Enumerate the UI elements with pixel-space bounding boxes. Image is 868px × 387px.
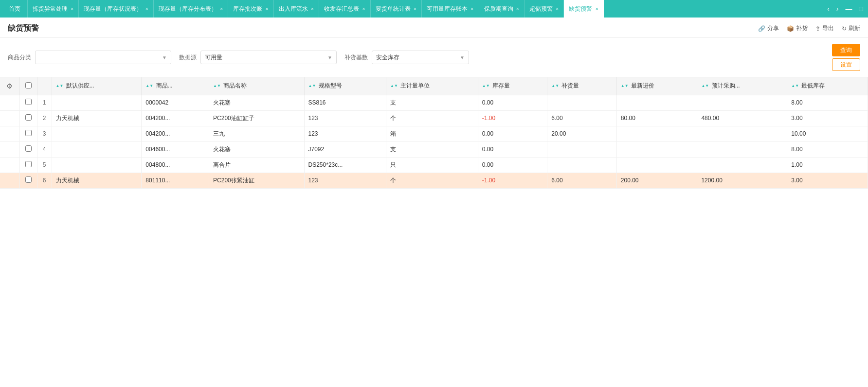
- tab-2[interactable]: 现存量（库存状况表） ×: [79, 0, 153, 18]
- col-est-purchase-header[interactable]: ▲▼ 预计采购...: [697, 77, 787, 95]
- header-actions: 🔗 分享 📦 补货 ⇪ 导出 ↻ 刷新: [758, 24, 860, 33]
- tab-10-close[interactable]: ×: [556, 6, 559, 12]
- replenish-button[interactable]: 📦 补货: [787, 24, 808, 33]
- tab-4-close[interactable]: ×: [265, 6, 268, 12]
- col-supplier-header[interactable]: ▲▼ 默认供应...: [52, 77, 142, 95]
- row-code-5: 801110...: [142, 173, 209, 188]
- category-filter-label: 商品分类: [8, 53, 31, 62]
- tab-2-close[interactable]: ×: [145, 6, 148, 12]
- tab-3[interactable]: 现存量（库存分布表） ×: [154, 0, 228, 18]
- col-checkbox-header[interactable]: [19, 77, 37, 95]
- replenish-filter-label: 补货基数: [344, 53, 368, 62]
- share-button[interactable]: 🔗 分享: [758, 24, 779, 33]
- table-row[interactable]: 6 力天机械 801110... PC200张紧油缸 123 个 -1.00 6…: [0, 173, 868, 188]
- tab-next-button[interactable]: ›: [833, 3, 842, 15]
- filter-actions: 查询 设置: [832, 44, 860, 71]
- select-all-checkbox[interactable]: [25, 82, 32, 88]
- row-checkbox-0[interactable]: [25, 99, 32, 105]
- tab-8-label: 可用量库存账本: [427, 5, 468, 13]
- col-price-header[interactable]: ▲▼ 最新进价: [616, 77, 697, 95]
- price-sort-icon: ▲▼: [621, 84, 629, 88]
- replenish-select[interactable]: 安全库存 ▼: [372, 51, 469, 64]
- col-replenish-header[interactable]: ▲▼ 补货量: [547, 77, 617, 95]
- tab-7[interactable]: 要货单统计表 ×: [371, 0, 422, 18]
- table-row[interactable]: 4 004600... 火花塞 J7092 支 0.00 8.00: [0, 141, 868, 157]
- tab-11-close[interactable]: ×: [595, 6, 598, 12]
- settings-button[interactable]: 设置: [832, 58, 860, 71]
- tab-7-close[interactable]: ×: [414, 6, 416, 12]
- row-min-stock-0: 8.00: [787, 95, 868, 110]
- row-stock-4: 0.00: [478, 157, 547, 173]
- row-checkbox-cell-1[interactable]: [19, 110, 37, 126]
- col-name-label: 商品名称: [223, 82, 247, 89]
- tab-3-label: 现存量（库存分布表）: [159, 5, 217, 13]
- row-spec-5: 123: [304, 173, 386, 188]
- row-unit-2: 箱: [386, 126, 478, 141]
- row-checkbox-cell-3[interactable]: [19, 141, 37, 157]
- col-spec-header[interactable]: ▲▼ 规格型号: [304, 77, 386, 95]
- row-checkbox-cell-5[interactable]: [19, 173, 37, 188]
- table-row[interactable]: 1 0000042 火花塞 SS816 支 0.00 8.00: [0, 95, 868, 110]
- row-stock-0: 0.00: [478, 95, 547, 110]
- query-button[interactable]: 查询: [832, 44, 860, 56]
- row-name-1: PC200油缸缸子: [209, 110, 304, 126]
- table-row[interactable]: 3 004200... 三九 123 箱 0.00 20.00 10.00: [0, 126, 868, 141]
- row-est-purchase-3: [697, 141, 787, 157]
- tab-4[interactable]: 库存批次账 ×: [228, 0, 273, 18]
- tab-6[interactable]: 收发存汇总表 ×: [319, 0, 370, 18]
- category-select[interactable]: ▼: [35, 51, 171, 64]
- table-row[interactable]: 2 力天机械 004200... PC200油缸缸子 123 个 -1.00 6…: [0, 110, 868, 126]
- tab-3-close[interactable]: ×: [220, 6, 223, 12]
- tab-11[interactable]: 缺货预警 ×: [564, 0, 603, 18]
- datasource-select[interactable]: 可用量 ▼: [200, 51, 337, 64]
- tab-home-label: 首页: [9, 5, 20, 13]
- row-checkbox-3[interactable]: [25, 145, 32, 152]
- export-button[interactable]: ⇪ 导出: [815, 24, 834, 33]
- tab-5[interactable]: 出入库流水 ×: [274, 0, 319, 18]
- row-checkbox-cell-2[interactable]: [19, 126, 37, 141]
- row-settings-0: [0, 95, 19, 110]
- row-checkbox-1[interactable]: [25, 114, 32, 121]
- row-code-1: 004200...: [142, 110, 209, 126]
- tab-prev-button[interactable]: ‹: [824, 3, 832, 15]
- tab-home[interactable]: 首页: [2, 0, 28, 18]
- row-num-5: 6: [37, 173, 52, 188]
- tab-5-close[interactable]: ×: [311, 6, 314, 12]
- refresh-icon: ↻: [842, 25, 847, 32]
- window-minimize-button[interactable]: —: [843, 3, 855, 15]
- share-icon: 🔗: [758, 25, 765, 32]
- tab-1[interactable]: 拣货异常处理 ×: [28, 0, 79, 18]
- tab-4-label: 库存批次账: [233, 5, 262, 13]
- row-checkbox-cell-4[interactable]: [19, 157, 37, 173]
- col-stock-header[interactable]: ▲▼ 库存量: [478, 77, 547, 95]
- col-name-header[interactable]: ▲▼ 商品名称: [209, 77, 304, 95]
- row-checkbox-cell-0[interactable]: [19, 95, 37, 110]
- col-min-stock-header[interactable]: ▲▼ 最低库存: [787, 77, 868, 95]
- row-price-4: [616, 157, 697, 173]
- row-stock-5: -1.00: [478, 173, 547, 188]
- row-supplier-5: 力天机械: [52, 173, 142, 188]
- col-unit-header[interactable]: ▲▼ 主计量单位: [386, 77, 478, 95]
- tab-9[interactable]: 保质期查询 ×: [479, 0, 524, 18]
- row-num-4: 5: [37, 157, 52, 173]
- row-spec-2: 123: [304, 126, 386, 141]
- col-settings[interactable]: ⚙: [0, 77, 19, 95]
- tab-6-close[interactable]: ×: [362, 6, 365, 12]
- col-code-header[interactable]: ▲▼ 商品...: [142, 77, 209, 95]
- tab-8-close[interactable]: ×: [470, 6, 473, 12]
- refresh-button[interactable]: ↻ 刷新: [842, 24, 860, 33]
- tab-1-close[interactable]: ×: [71, 6, 73, 12]
- window-maximize-button[interactable]: □: [856, 3, 866, 15]
- row-name-4: 离合片: [209, 157, 304, 173]
- table-row[interactable]: 5 004800... 离合片 DS250*23c... 只 0.00 1.00: [0, 157, 868, 173]
- row-supplier-4: [52, 157, 142, 173]
- export-icon: ⇪: [815, 25, 820, 32]
- tab-10[interactable]: 超储预警 ×: [524, 0, 564, 18]
- tab-8[interactable]: 可用量库存账本 ×: [422, 0, 479, 18]
- col-unit-label: 主计量单位: [400, 82, 430, 89]
- row-checkbox-4[interactable]: [25, 161, 32, 167]
- tab-9-close[interactable]: ×: [516, 6, 519, 12]
- row-checkbox-2[interactable]: [25, 130, 32, 136]
- row-checkbox-5[interactable]: [25, 176, 32, 183]
- gear-icon[interactable]: ⚙: [6, 82, 13, 90]
